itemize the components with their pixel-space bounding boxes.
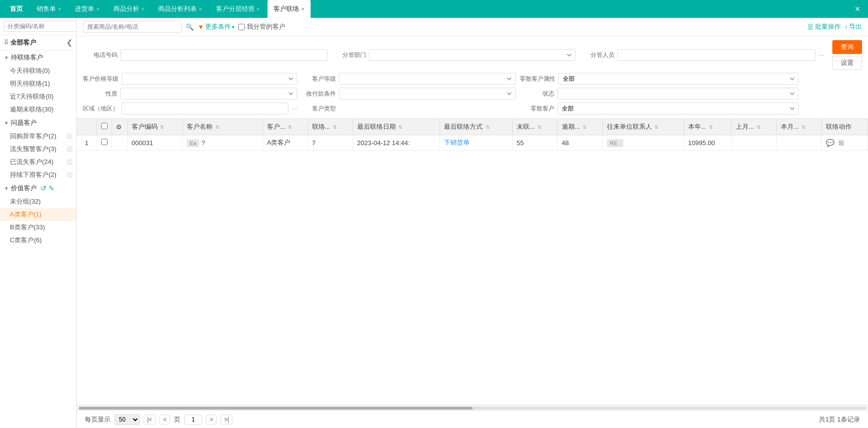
table-settings-icon[interactable]: ⚙ bbox=[116, 123, 122, 131]
scrollbar-track[interactable] bbox=[79, 407, 866, 410]
filter-bar-right: ☰ 批量操作 ↑ 导出 bbox=[808, 22, 863, 31]
phone-input[interactable] bbox=[120, 49, 327, 61]
sidebar-item-class-b[interactable]: B类客户(33) bbox=[0, 221, 76, 234]
page-number-input[interactable] bbox=[184, 415, 202, 425]
my-customers-checkbox[interactable] bbox=[238, 24, 245, 30]
help-icon-4[interactable]: ⓘ bbox=[67, 171, 72, 179]
export-button[interactable]: ↑ 导出 bbox=[845, 22, 863, 31]
sidebar-item-class-a[interactable]: A类客户(1) bbox=[0, 208, 76, 221]
horizontal-scrollbar[interactable] bbox=[77, 405, 868, 411]
col-this-month[interactable]: 本月... ⇅ bbox=[776, 119, 821, 135]
sidebar-item-today[interactable]: 今天待联络(0) bbox=[0, 64, 76, 77]
home-tab[interactable]: 首页 bbox=[4, 2, 29, 15]
tab-customer-tier[interactable]: 客户分层经营 × bbox=[210, 0, 266, 18]
refresh-icon[interactable]: ↺ bbox=[41, 184, 47, 192]
select-all-checkbox[interactable] bbox=[101, 123, 108, 129]
person-dots-icon[interactable]: ··· bbox=[818, 51, 824, 59]
cell-last-method[interactable]: 下销货单 bbox=[440, 135, 513, 151]
tab-product-analysis-list-close[interactable]: × bbox=[199, 6, 202, 12]
sidebar-item-7days[interactable]: 近7天待联络(0) bbox=[0, 90, 76, 103]
sidebar-item-churn-warning[interactable]: 流失预警客户(3) ⓘ bbox=[0, 143, 76, 156]
sidebar-item-class-c[interactable]: C类客户(6) bbox=[0, 234, 76, 247]
scrollbar-thumb[interactable] bbox=[79, 407, 473, 410]
col-customer-name[interactable]: 客户名称 ⇅ bbox=[182, 119, 263, 135]
tab-purchase-order[interactable]: 进货单 × bbox=[69, 0, 105, 18]
sort-icon-unit-contact: ⇅ bbox=[654, 124, 658, 130]
tab-customer-tier-close[interactable]: × bbox=[257, 6, 260, 12]
col-no-contact[interactable]: 未联... ⇅ bbox=[512, 119, 557, 135]
window-close-button[interactable]: × bbox=[851, 4, 864, 14]
retail-customer-select[interactable]: 全部 bbox=[557, 103, 799, 114]
last-method-link[interactable]: 下销货单 bbox=[444, 139, 470, 146]
qr-code-icon[interactable]: ⊞ bbox=[838, 139, 844, 147]
sidebar-item-tomorrow[interactable]: 明天待联络(1) bbox=[0, 77, 76, 90]
tab-product-analysis-list[interactable]: 商品分析列表 × bbox=[152, 0, 208, 18]
col-last-method[interactable]: 最后联络方式 ⇅ bbox=[440, 119, 513, 135]
filter-row-3: 性质 收付款条件 状态 bbox=[83, 88, 862, 100]
sort-icon-last-month: ⇅ bbox=[757, 124, 760, 130]
tab-customer-contact-close[interactable]: × bbox=[301, 6, 304, 12]
region-dots-icon[interactable]: ··· bbox=[291, 105, 297, 112]
collapse-sidebar-icon[interactable]: ❮ bbox=[66, 39, 72, 47]
sidebar-item-churned-label: 已流失客户(24) bbox=[10, 158, 54, 166]
tab-product-analysis[interactable]: 商品分析 × bbox=[108, 0, 150, 18]
sidebar-item-abnormal-repurchase[interactable]: 回购异常客户(2) ⓘ bbox=[0, 130, 76, 143]
col-contact-count[interactable]: 联络... ⇅ bbox=[308, 119, 353, 135]
col-overdue[interactable]: 逾期... ⇅ bbox=[557, 119, 602, 135]
batch-ops-button[interactable]: ☰ 批量操作 bbox=[808, 22, 841, 31]
col-customer-code[interactable]: 客户编码 ⇅ bbox=[127, 119, 182, 135]
more-conditions-button[interactable]: ▼ 更多条件 ▾ bbox=[198, 22, 234, 31]
col-last-date[interactable]: 最后联络日期 ⇅ bbox=[353, 119, 439, 135]
page-size-select[interactable]: 50 100 200 bbox=[114, 414, 140, 425]
status-select[interactable] bbox=[557, 88, 799, 100]
customer-grade-select[interactable] bbox=[339, 73, 516, 85]
tab-sales-order[interactable]: 销售单 × bbox=[31, 0, 67, 18]
first-page-button[interactable]: |< bbox=[144, 415, 156, 425]
edit-value-icon[interactable]: ✎ bbox=[49, 184, 54, 192]
retail-attr-select[interactable]: 全部 bbox=[558, 73, 799, 85]
sidebar-item-ungrouped[interactable]: 未分组(32) bbox=[0, 195, 76, 208]
tab-product-analysis-close[interactable]: × bbox=[141, 6, 144, 12]
col-customer-type[interactable]: 客户... ⇅ bbox=[263, 119, 308, 135]
col-last-month[interactable]: 上月... ⇅ bbox=[731, 119, 776, 135]
nature-select[interactable] bbox=[120, 88, 297, 100]
sidebar-item-declining[interactable]: 持续下滑客户(2) ⓘ bbox=[0, 168, 76, 181]
person-input[interactable] bbox=[617, 49, 815, 61]
sidebar-item-churned[interactable]: 已流失客户(24) ⓘ bbox=[0, 156, 76, 168]
last-page-button[interactable]: >| bbox=[220, 415, 232, 425]
search-button[interactable]: 🔍 bbox=[186, 23, 194, 31]
search-input[interactable] bbox=[83, 21, 182, 33]
payment-select[interactable] bbox=[339, 88, 516, 100]
my-customers-checkbox-label[interactable]: 我分管的客户 bbox=[238, 22, 285, 31]
customer-table-container[interactable]: ⚙ 客户编码 ⇅ 客户名称 ⇅ 客户... ⇅ bbox=[77, 119, 868, 405]
comment-icon[interactable]: 💬 bbox=[826, 139, 834, 147]
section-pending-contact[interactable]: ▼ 待联络客户 bbox=[0, 51, 76, 64]
category-search-input[interactable] bbox=[4, 21, 77, 32]
help-icon-3[interactable]: ⓘ bbox=[67, 159, 72, 166]
section-value-customers[interactable]: ▼ 价值客户 ↺ ✎ bbox=[0, 181, 76, 195]
region-input[interactable] bbox=[121, 103, 288, 114]
query-button[interactable]: 查询 bbox=[832, 40, 862, 54]
tab-purchase-order-close[interactable]: × bbox=[96, 6, 99, 12]
section-problem-customers[interactable]: ▼ 问题客户 bbox=[0, 116, 76, 130]
col-settings[interactable]: ⚙ bbox=[111, 119, 127, 135]
cell-this-year: 10995.00 bbox=[684, 135, 731, 151]
col-unit-contact[interactable]: 往来单位联系人 ⇅ bbox=[602, 119, 684, 135]
prev-page-button[interactable]: < bbox=[160, 415, 170, 425]
cell-checkbox[interactable] bbox=[97, 135, 111, 151]
row-checkbox[interactable] bbox=[101, 139, 108, 145]
sidebar-item-overdue[interactable]: 逾期未联络(30) bbox=[0, 103, 76, 116]
col-overdue-label: 逾期... bbox=[562, 123, 580, 130]
col-this-year[interactable]: 本年... ⇅ bbox=[684, 119, 731, 135]
cell-unit-contact: RE . bbox=[602, 135, 684, 151]
tab-sales-order-close[interactable]: × bbox=[58, 6, 61, 12]
price-grade-select[interactable] bbox=[121, 73, 297, 85]
footer-total: 共1页 1条记录 bbox=[819, 415, 860, 424]
dept-select[interactable] bbox=[369, 49, 576, 61]
help-icon-1[interactable]: ⓘ bbox=[67, 133, 72, 140]
help-icon-2[interactable]: ⓘ bbox=[67, 146, 72, 153]
next-page-button[interactable]: > bbox=[206, 415, 217, 425]
tab-customer-contact[interactable]: 客户联络 × bbox=[268, 0, 310, 18]
all-customers-header[interactable]: ⠿ 全部客户 ❮ bbox=[0, 35, 76, 51]
settings-button[interactable]: 设置 bbox=[832, 56, 862, 70]
